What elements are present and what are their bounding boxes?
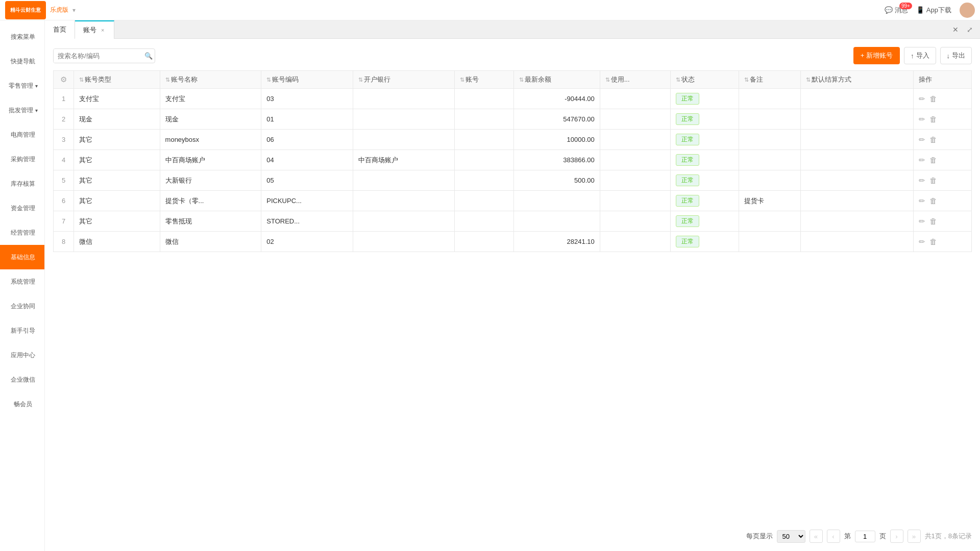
settings-icon[interactable]: ⚙ xyxy=(60,75,67,84)
table-row: 6 其它 提货卡（零... PICKUPC... 正常 提货卡 ✏ 🗑 xyxy=(54,191,972,211)
next-page-button[interactable]: › xyxy=(890,530,903,543)
page-number-input[interactable] xyxy=(855,531,875,542)
sidebar-item-shortcut[interactable]: 快捷导航 xyxy=(0,49,44,73)
sidebar-item-enterprise[interactable]: 企业协同 xyxy=(0,294,44,318)
col-status[interactable]: ⇅状态 xyxy=(670,71,739,89)
col-default-pay[interactable]: ⇅默认结算方式 xyxy=(800,71,913,89)
delete-button[interactable]: 🗑 xyxy=(929,94,937,104)
message-button[interactable]: 消息 99+ xyxy=(885,6,908,15)
sidebar-item-wechat-label: 企业微信 xyxy=(11,375,35,384)
row-account xyxy=(454,89,513,109)
content-area: 首页 账号 × ✕ ⤢ xyxy=(45,20,980,551)
col-balance[interactable]: ⇅最新余额 xyxy=(514,71,600,89)
app-label: App下载 xyxy=(926,6,951,15)
status-badge: 正常 xyxy=(676,236,699,247)
row-default-pay xyxy=(800,211,913,232)
delete-button[interactable]: 🗑 xyxy=(929,115,937,124)
sidebar-item-inventory[interactable]: 库存核算 xyxy=(0,171,44,196)
tab-account[interactable]: 账号 × xyxy=(75,20,114,39)
col-remark[interactable]: ⇅备注 xyxy=(739,71,800,89)
import-button[interactable]: 导入 xyxy=(904,47,936,64)
avatar[interactable] xyxy=(960,3,975,18)
table-row: 8 微信 微信 02 28241.10 正常 ✏ 🗑 xyxy=(54,232,972,252)
col-name[interactable]: ⇅账号名称 xyxy=(160,71,261,89)
page-size-select[interactable]: 50 10 20 100 xyxy=(777,530,805,543)
delete-button[interactable]: 🗑 xyxy=(929,176,937,185)
col-account[interactable]: ⇅账号 xyxy=(454,71,513,89)
row-actions: ✏ 🗑 xyxy=(913,170,971,191)
add-account-button[interactable]: + 新增账号 xyxy=(853,47,900,64)
edit-button[interactable]: ✏ xyxy=(919,176,925,185)
dropdown-icon[interactable]: ▾ xyxy=(72,7,76,14)
row-remark xyxy=(739,130,800,150)
sidebar-item-apps[interactable]: 应用中心 xyxy=(0,343,44,367)
tab-home[interactable]: 首页 xyxy=(45,20,75,39)
row-balance: 10000.00 xyxy=(514,130,600,150)
sidebar-item-retail[interactable]: 零售管理 ▾ xyxy=(0,73,44,98)
sidebar-item-wholesale[interactable]: 批发管理 ▾ xyxy=(0,98,44,122)
row-remark xyxy=(739,109,800,130)
col-usage[interactable]: ⇅使用... xyxy=(600,71,670,89)
col-bank[interactable]: ⇅开户银行 xyxy=(353,71,455,89)
sidebar-item-search[interactable]: 搜索菜单 xyxy=(0,24,44,49)
tab-account-close[interactable]: × xyxy=(100,27,106,34)
row-default-pay xyxy=(800,170,913,191)
sidebar-item-basic[interactable]: 基础信息 xyxy=(0,245,44,269)
edit-button[interactable]: ✏ xyxy=(919,237,925,246)
row-default-pay xyxy=(800,89,913,109)
row-default-pay xyxy=(800,191,913,211)
sidebar-item-purchase[interactable]: 采购管理 xyxy=(0,147,44,171)
export-button[interactable]: 导出 xyxy=(940,47,972,64)
sidebar-item-basic-label: 基础信息 xyxy=(11,253,35,262)
row-actions: ✏ 🗑 xyxy=(913,150,971,170)
sidebar-item-operation[interactable]: 经营管理 xyxy=(0,220,44,245)
app-download-button[interactable]: App下载 xyxy=(916,6,951,15)
row-name: 现金 xyxy=(160,109,261,130)
delete-button[interactable]: 🗑 xyxy=(929,135,937,144)
prev-page-button[interactable]: ‹ xyxy=(827,530,840,543)
table-row: 2 现金 现金 01 547670.00 正常 ✏ 🗑 xyxy=(54,109,972,130)
tab-maximize-button[interactable]: ⤢ xyxy=(964,23,976,36)
tab-close-button[interactable]: ✕ xyxy=(949,23,962,36)
row-balance: -90444.00 xyxy=(514,89,600,109)
row-no: 8 xyxy=(54,232,74,252)
sidebar-item-ecommerce[interactable]: 电商管理 xyxy=(0,122,44,147)
row-balance: 500.00 xyxy=(514,170,600,191)
delete-button[interactable]: 🗑 xyxy=(929,217,937,226)
row-status: 正常 xyxy=(670,170,739,191)
row-bank xyxy=(353,130,455,150)
search-button[interactable] xyxy=(140,49,155,63)
edit-button[interactable]: ✏ xyxy=(919,115,925,124)
sidebar-item-member-label: 畅会员 xyxy=(14,400,32,409)
row-account xyxy=(454,232,513,252)
sidebar-item-guide[interactable]: 新手引导 xyxy=(0,318,44,343)
row-account xyxy=(454,109,513,130)
sidebar-item-guide-label: 新手引导 xyxy=(11,327,35,335)
delete-button[interactable]: 🗑 xyxy=(929,196,937,206)
row-status: 正常 xyxy=(670,232,739,252)
status-badge: 正常 xyxy=(676,154,699,166)
edit-button[interactable]: ✏ xyxy=(919,217,925,226)
delete-button[interactable]: 🗑 xyxy=(929,156,937,165)
sidebar-item-wechat[interactable]: 企业微信 xyxy=(0,367,44,392)
row-balance xyxy=(514,211,600,232)
edit-button[interactable]: ✏ xyxy=(919,94,925,104)
sidebar-item-system[interactable]: 系统管理 xyxy=(0,269,44,294)
sidebar-item-member[interactable]: 畅会员 xyxy=(0,392,44,416)
delete-button[interactable]: 🗑 xyxy=(929,237,937,246)
sidebar-item-retail-label: 零售管理 xyxy=(9,82,33,90)
search-input[interactable] xyxy=(54,49,140,63)
status-badge: 正常 xyxy=(676,93,699,105)
sidebar-item-finance[interactable]: 资金管理 xyxy=(0,196,44,220)
row-code: STORED... xyxy=(261,211,353,232)
row-no: 6 xyxy=(54,191,74,211)
col-code[interactable]: ⇅账号编码 xyxy=(261,71,353,89)
edit-button[interactable]: ✏ xyxy=(919,156,925,165)
last-page-button[interactable]: » xyxy=(908,530,921,543)
page-content: + 新增账号 导入 导出 xyxy=(45,39,980,551)
first-page-button[interactable]: « xyxy=(810,530,823,543)
row-actions: ✏ 🗑 xyxy=(913,89,971,109)
edit-button[interactable]: ✏ xyxy=(919,196,925,206)
edit-button[interactable]: ✏ xyxy=(919,135,925,144)
col-type[interactable]: ⇅账号类型 xyxy=(74,71,160,89)
